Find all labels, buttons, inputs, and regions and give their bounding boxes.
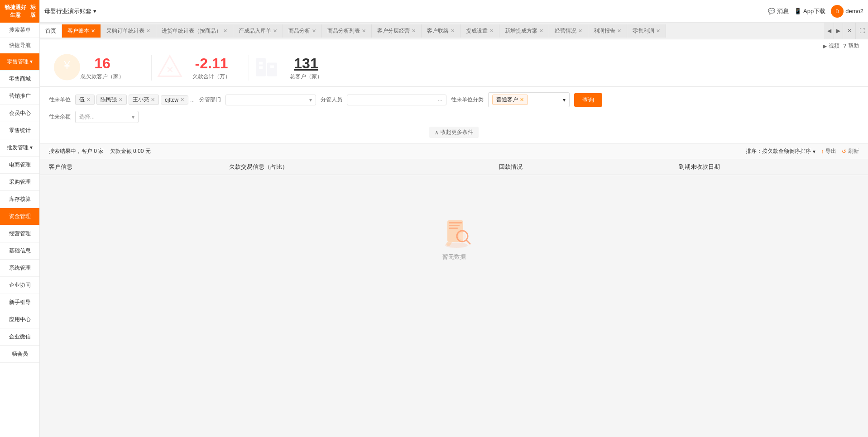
- tab-prev-arrow[interactable]: ◀: [825, 23, 834, 39]
- balance-select-arrow: ▾: [132, 114, 134, 120]
- topbar-right: 💬 消息 📱 App下载 D demo2: [768, 5, 863, 18]
- class-filter-label: 往来单位分类: [451, 96, 484, 104]
- stat-total-customers[interactable]: 131 总客户（家）: [249, 55, 340, 81]
- empty-state: 暂无数据: [40, 175, 868, 297]
- sidebar-item-member[interactable]: 会员中心: [0, 105, 39, 122]
- store-dropdown-icon: ▾: [93, 8, 96, 14]
- tab-close-goods-list[interactable]: ✕: [362, 28, 366, 34]
- remove-class-tag[interactable]: ✕: [520, 97, 524, 103]
- balance-filter-label: 往来余额: [49, 113, 71, 121]
- remove-tag-cjttcw[interactable]: ✕: [180, 97, 184, 103]
- tab-profit-report[interactable]: 利润报告 ✕: [588, 24, 627, 38]
- tab-operations[interactable]: 经营情况 ✕: [549, 24, 588, 38]
- sidebar-item-retail-mgmt[interactable]: 零售管理 ▾: [0, 53, 39, 71]
- unit-filter-label: 往来单位: [49, 96, 71, 104]
- sort-btn[interactable]: 排序：按欠款金额倒序排序 ▾: [746, 147, 815, 155]
- dept-select[interactable]: ▾: [225, 95, 316, 105]
- sidebar-search[interactable]: 搜索菜单: [0, 23, 39, 38]
- tab-customer-contact[interactable]: 客户联络 ✕: [422, 24, 460, 38]
- person-select[interactable]: ···: [347, 95, 446, 105]
- sidebar-item-member2[interactable]: 畅会员: [0, 346, 39, 363]
- tab-expand[interactable]: ⛶: [855, 23, 868, 39]
- svg-rect-8: [270, 66, 274, 68]
- tab-close-tier[interactable]: ✕: [412, 28, 416, 34]
- filter-tag-chen[interactable]: 陈民强 ✕: [96, 95, 127, 105]
- tab-customer-ledger[interactable]: 客户账本 ✕: [62, 24, 101, 38]
- sidebar-item-operations[interactable]: 经营管理: [0, 225, 39, 242]
- tab-close-all[interactable]: ✕: [843, 23, 855, 39]
- remove-tag-wang[interactable]: ✕: [151, 97, 155, 103]
- tab-close-goods-in[interactable]: ✕: [223, 28, 227, 34]
- tab-close-commission[interactable]: ✕: [489, 28, 494, 34]
- query-button[interactable]: 查询: [574, 93, 602, 107]
- help-btn[interactable]: ? 帮助: [843, 42, 859, 50]
- sidebar-item-wechat[interactable]: 企业微信: [0, 328, 39, 346]
- tab-next-arrow[interactable]: ▶: [834, 23, 843, 39]
- message-btn[interactable]: 💬 消息: [768, 7, 789, 15]
- tab-close-retail-profit[interactable]: ✕: [656, 28, 660, 34]
- tab-close-storage[interactable]: ✕: [273, 28, 277, 34]
- sidebar-item-retail-mall[interactable]: 零售商城: [0, 71, 39, 88]
- collapse-btn[interactable]: ∧ 收起更多条件: [429, 127, 479, 138]
- sidebar-item-purchase[interactable]: 采购管理: [0, 174, 39, 191]
- tab-customer-tier[interactable]: 客户分层经营 ✕: [372, 24, 422, 38]
- video-btn[interactable]: ▶ 视频: [823, 42, 839, 50]
- tab-close-operations[interactable]: ✕: [578, 28, 582, 34]
- tab-retail-profit[interactable]: 零售利润 ✕: [627, 24, 666, 38]
- filter-tag-wang[interactable]: 王小亮 ✕: [129, 95, 159, 105]
- svg-rect-13: [449, 228, 458, 229]
- sidebar-item-system[interactable]: 系统管理: [0, 260, 39, 277]
- tab-close-contact[interactable]: ✕: [451, 28, 455, 34]
- download-icon: 📱: [794, 8, 801, 14]
- app-download-btn[interactable]: 📱 App下载: [794, 7, 825, 15]
- export-btn[interactable]: ↑ 导出: [821, 147, 836, 155]
- topbar: 母婴行业演示账套 ▾ 💬 消息 📱 App下载 D demo2: [40, 0, 868, 23]
- tab-close-goods-analysis[interactable]: ✕: [312, 28, 316, 34]
- svg-rect-5: [267, 63, 277, 76]
- export-icon: ↑: [821, 148, 824, 155]
- class-select[interactable]: 普通客户 ✕ ▾: [488, 92, 570, 107]
- sidebar-item-inventory[interactable]: 库存核算: [0, 191, 39, 208]
- stat-debt-total-label: 欠款合计（万）: [192, 73, 230, 81]
- stat-debt-customers: ¥ 16 总欠款客户（家）: [49, 55, 151, 81]
- tab-product-storage[interactable]: 产成品入库单 ✕: [233, 24, 283, 38]
- filter-tag-wu[interactable]: 伍 ✕: [75, 95, 95, 105]
- svg-point-15: [459, 233, 466, 240]
- sidebar-item-finance[interactable]: 资金管理: [0, 208, 39, 225]
- remove-tag-chen[interactable]: ✕: [119, 97, 123, 103]
- header-actions: ▶ 视频 ? 帮助: [40, 39, 868, 50]
- tab-close-customer-ledger[interactable]: ✕: [91, 28, 95, 34]
- filter-tag-cjttcw[interactable]: cjttcw ✕: [161, 95, 188, 104]
- store-selector[interactable]: 母婴行业演示账套 ▾: [44, 7, 96, 15]
- sidebar-item-retail-stats[interactable]: 零售统计: [0, 122, 39, 139]
- page-content: ▶ 视频 ? 帮助 ¥ 16 总欠款客户: [40, 39, 868, 437]
- tab-commission-settings[interactable]: 提成设置 ✕: [460, 24, 499, 38]
- sidebar-item-newbie[interactable]: 新手引导: [0, 294, 39, 311]
- col-payment-status: 回款情况: [499, 163, 679, 171]
- sidebar-item-ecommerce[interactable]: 电商管理: [0, 157, 39, 174]
- tab-goods-analysis-list[interactable]: 商品分析列表 ✕: [322, 24, 372, 38]
- sidebar-item-wholesale-mgmt[interactable]: 批发管理 ▾: [0, 139, 39, 157]
- tab-purchase-order-stats[interactable]: 采购订单统计表 ✕: [101, 24, 156, 38]
- tab-goods-analysis[interactable]: 商品分析 ✕: [283, 24, 322, 38]
- svg-text:¥: ¥: [63, 59, 70, 71]
- sidebar-item-marketing[interactable]: 营销推广: [0, 88, 39, 105]
- tab-home[interactable]: 首页: [40, 24, 62, 38]
- tab-close-add-commission[interactable]: ✕: [539, 28, 543, 34]
- sidebar-item-app-center[interactable]: 应用中心: [0, 311, 39, 328]
- filter-more-btn[interactable]: ...: [190, 97, 195, 103]
- remove-tag-wu[interactable]: ✕: [86, 97, 91, 103]
- sidebar-item-enterprise-collab[interactable]: 企业协同: [0, 277, 39, 294]
- tab-close-purchase[interactable]: ✕: [146, 28, 150, 34]
- sidebar-quick-nav[interactable]: 快捷导航: [0, 38, 39, 53]
- dept-select-arrow: ▾: [309, 97, 312, 103]
- tab-close-profit[interactable]: ✕: [617, 28, 621, 34]
- user-avatar[interactable]: D demo2: [831, 5, 863, 18]
- refresh-btn[interactable]: ↺ 刷新: [842, 147, 859, 155]
- svg-text:✕: ✕: [166, 65, 174, 75]
- col-customer-info: 客户信息: [49, 163, 229, 171]
- tab-add-commission[interactable]: 新增提成方案 ✕: [499, 24, 549, 38]
- balance-select[interactable]: 选择... ▾: [75, 111, 139, 123]
- sidebar-item-basic-info[interactable]: 基础信息: [0, 242, 39, 260]
- tab-goods-in-stats[interactable]: 进货单统计表（按商品） ✕: [156, 24, 233, 38]
